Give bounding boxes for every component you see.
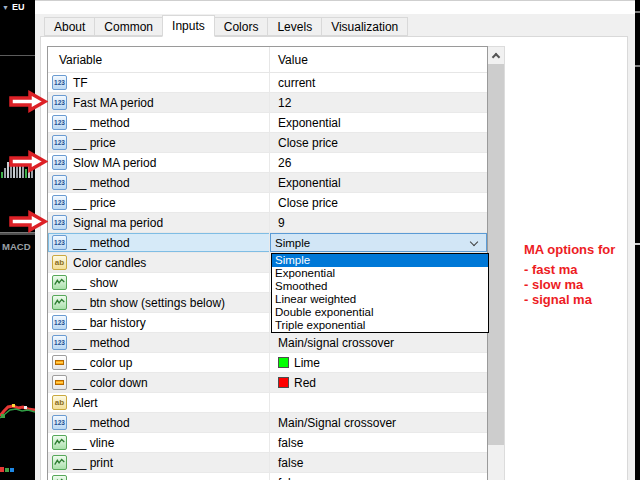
chart-param-icon <box>52 455 67 470</box>
param-row[interactable]: 123__ methodExponential <box>48 113 487 133</box>
param-value-cell[interactable]: Close price <box>270 193 487 212</box>
param-name-cell[interactable]: 123__ price <box>48 133 270 152</box>
param-value-cell[interactable] <box>270 393 487 412</box>
param-row[interactable]: 123__ methodSimple <box>48 233 487 253</box>
dropdown-option[interactable]: Simple <box>272 254 488 267</box>
param-name-cell[interactable]: __ vline <box>48 433 270 452</box>
param-value-cell[interactable]: 12 <box>270 93 487 112</box>
param-value-cell[interactable]: false <box>270 473 487 480</box>
param-value-cell[interactable]: false <box>270 433 487 452</box>
param-name-cell[interactable]: __ popup <box>48 473 270 480</box>
param-row[interactable]: 123Fast MA period12 <box>48 93 487 113</box>
param-name-cell[interactable]: 123__ method <box>48 173 270 192</box>
param-row[interactable]: __ color upLime <box>48 353 487 373</box>
param-row[interactable]: abAlert <box>48 393 487 413</box>
param-value-cell[interactable]: 26 <box>270 153 487 172</box>
param-value: Lime <box>294 356 320 370</box>
tab-bar: AboutCommonInputsColorsLevelsVisualizati… <box>45 14 408 36</box>
param-name: __ popup <box>73 476 123 480</box>
param-name-cell[interactable]: __ color down <box>48 373 270 392</box>
param-row[interactable]: __ vlinefalse <box>48 433 487 453</box>
text-param-icon: ab <box>52 395 67 410</box>
chart-param-icon <box>52 295 67 310</box>
param-name-cell[interactable]: __ print <box>48 453 270 472</box>
param-value-cell[interactable]: Main/signal crossover <box>270 333 487 352</box>
param-name-cell[interactable]: abColor candles <box>48 253 270 272</box>
param-name-cell[interactable]: abAlert <box>48 393 270 412</box>
dropdown-option[interactable]: Double exponential <box>272 306 488 319</box>
param-name-cell[interactable]: 123__ price <box>48 193 270 212</box>
dropdown-option[interactable]: Exponential <box>272 267 488 280</box>
param-row[interactable]: 123__ priceClose price <box>48 133 487 153</box>
text-param-icon: ab <box>52 255 67 270</box>
numeric-param-icon: 123 <box>52 215 67 230</box>
param-value-cell[interactable]: Exponential <box>270 113 487 132</box>
param-name-cell[interactable]: 123__ method <box>48 233 270 252</box>
param-row[interactable]: __ printfalse <box>48 453 487 473</box>
param-name-cell[interactable]: 123__ method <box>48 113 270 132</box>
param-row[interactable]: 123Slow MA period26 <box>48 153 487 173</box>
ma-method-combobox[interactable]: Simple <box>270 233 487 252</box>
param-value: Close price <box>278 136 338 150</box>
screenshot-root: ▼ EU MACD <box>0 0 640 480</box>
param-name-cell[interactable]: 123__ method <box>48 333 270 352</box>
param-row[interactable]: 123__ methodMain/Signal crossover <box>48 413 487 433</box>
param-name: Color candles <box>73 256 146 270</box>
param-row[interactable]: 123__ methodExponential <box>48 173 487 193</box>
param-row[interactable]: 123Signal ma period9 <box>48 213 487 233</box>
scroll-up-button[interactable] <box>488 47 504 64</box>
numeric-param-icon: 123 <box>52 95 67 110</box>
param-name-cell[interactable]: __ color up <box>48 353 270 372</box>
param-value-cell[interactable]: false <box>270 453 487 472</box>
param-name: __ btn show (settings below) <box>73 296 225 310</box>
param-row[interactable]: 123TFcurrent <box>48 73 487 93</box>
param-name: __ color down <box>73 376 148 390</box>
param-row[interactable]: __ popupfalse <box>48 473 487 480</box>
tab-visualization[interactable]: Visualization <box>321 17 408 36</box>
param-row[interactable]: __ color downRed <box>48 373 487 393</box>
param-name-cell[interactable]: 123Fast MA period <box>48 93 270 112</box>
param-name-cell[interactable]: __ btn show (settings below) <box>48 293 270 312</box>
numeric-param-icon: 123 <box>52 175 67 190</box>
red-arrow-annotation <box>8 210 48 233</box>
numeric-param-icon: 123 <box>52 135 67 150</box>
dropdown-option[interactable]: Linear weighted <box>272 293 488 306</box>
param-value: Exponential <box>278 116 341 130</box>
column-header-variable[interactable]: Variable <box>48 47 270 72</box>
param-row[interactable]: 123__ methodMain/signal crossover <box>48 333 487 353</box>
param-name-cell[interactable]: __ show <box>48 273 270 292</box>
param-value-cell[interactable]: Simple <box>270 233 487 252</box>
dropdown-option[interactable]: Triple exponential <box>272 319 488 332</box>
param-value: false <box>278 436 303 450</box>
tab-levels[interactable]: Levels <box>267 17 322 36</box>
param-name-cell[interactable]: 123Signal ma period <box>48 213 270 232</box>
param-value-cell[interactable]: Main/Signal crossover <box>270 413 487 432</box>
param-value-cell[interactable]: Lime <box>270 353 487 372</box>
param-name: __ bar history <box>73 316 146 330</box>
param-name: __ price <box>73 136 116 150</box>
param-name-cell[interactable]: 123__ method <box>48 413 270 432</box>
tab-colors[interactable]: Colors <box>214 17 269 36</box>
scrollbar-thumb[interactable] <box>488 64 504 445</box>
annotation-note: MA options for - fast ma- slow ma- signa… <box>524 242 615 307</box>
tab-about[interactable]: About <box>44 17 95 36</box>
chart-symbol-label: EU <box>12 2 25 12</box>
tab-common[interactable]: Common <box>94 17 163 36</box>
param-name-cell[interactable]: 123Slow MA period <box>48 153 270 172</box>
param-value-cell[interactable]: current <box>270 73 487 92</box>
tab-inputs[interactable]: Inputs <box>162 15 215 37</box>
param-row[interactable]: 123__ priceClose price <box>48 193 487 213</box>
param-value-cell[interactable]: Close price <box>270 133 487 152</box>
column-header-value[interactable]: Value <box>270 47 487 72</box>
param-value-cell[interactable]: Exponential <box>270 173 487 192</box>
param-name: __ method <box>73 116 130 130</box>
dropdown-option[interactable]: Smoothed <box>272 280 488 293</box>
vertical-scrollbar[interactable] <box>488 46 505 480</box>
numeric-param-icon: 123 <box>52 315 67 330</box>
param-name-cell[interactable]: 123TF <box>48 73 270 92</box>
chart-background-left: ▼ EU MACD <box>0 0 35 480</box>
param-name-cell[interactable]: 123__ bar history <box>48 313 270 332</box>
param-value-cell[interactable]: 9 <box>270 213 487 232</box>
chevron-down-icon <box>470 238 478 246</box>
param-value-cell[interactable]: Red <box>270 373 487 392</box>
